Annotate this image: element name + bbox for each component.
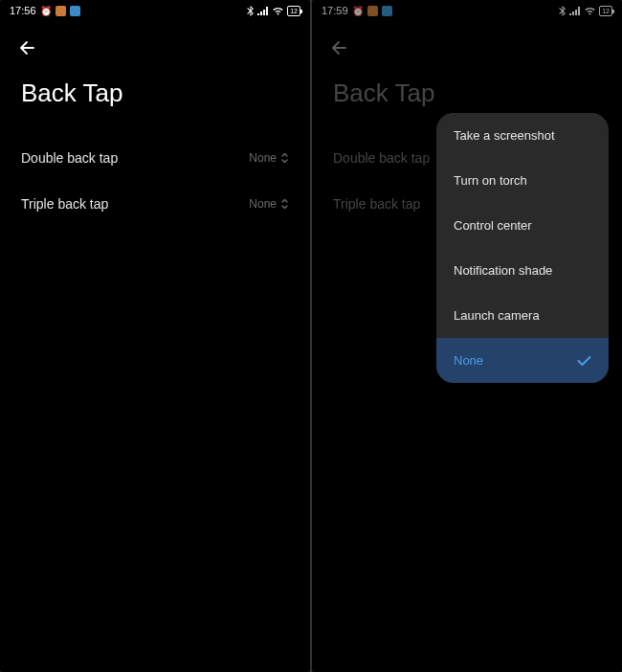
options-popup: Take a screenshot Turn on torch Control … <box>436 113 609 383</box>
popup-item-label: Launch camera <box>454 308 540 323</box>
status-app-icon-2 <box>70 6 80 16</box>
setting-double-back-tap[interactable]: Double back tap None <box>0 135 310 181</box>
setting-value: None <box>249 197 289 211</box>
signal-icon <box>257 6 269 15</box>
popup-item-label: Notification shade <box>454 263 552 278</box>
status-left: 17:56 ⏰ <box>10 5 80 16</box>
setting-value-text: None <box>249 197 277 211</box>
setting-label: Double back tap <box>21 150 118 166</box>
chevron-updown-icon <box>280 152 289 164</box>
wifi-icon <box>272 6 284 15</box>
popup-item-label: Take a screenshot <box>454 128 555 143</box>
battery-icon: 12 <box>287 6 300 16</box>
page-title: Back Tap <box>21 78 310 108</box>
popup-item-torch[interactable]: Turn on torch <box>436 158 609 203</box>
setting-triple-back-tap[interactable]: Triple back tap None <box>0 181 310 227</box>
popup-item-label: None <box>454 353 483 368</box>
status-right: 12 <box>247 6 300 16</box>
popup-item-label: Control center <box>454 218 532 233</box>
chevron-updown-icon <box>280 198 289 210</box>
settings-list: Double back tap None Triple back tap Non… <box>0 135 310 227</box>
status-app-icon-1 <box>56 6 66 16</box>
popup-item-screenshot[interactable]: Take a screenshot <box>436 113 609 158</box>
status-time: 17:56 <box>10 5 36 16</box>
popup-item-none[interactable]: None <box>436 338 609 383</box>
alarm-icon: ⏰ <box>40 6 52 16</box>
setting-label: Triple back tap <box>21 196 108 212</box>
check-icon <box>577 355 591 367</box>
status-bar: 17:56 ⏰ 12 <box>0 0 310 21</box>
setting-value: None <box>249 151 289 165</box>
bluetooth-icon <box>247 6 255 16</box>
popup-item-control-center[interactable]: Control center <box>436 203 609 248</box>
popup-item-launch-camera[interactable]: Launch camera <box>436 293 609 338</box>
popup-item-label: Turn on torch <box>454 173 527 188</box>
back-button[interactable] <box>15 34 42 61</box>
screen-left: 17:56 ⏰ 12 Back Tap Double back tap None <box>0 0 310 672</box>
popup-item-notification-shade[interactable]: Notification shade <box>436 248 609 293</box>
screen-right: 17:59 ⏰ 12 Back Tap Double back tap Trip… <box>312 0 622 672</box>
setting-value-text: None <box>249 151 277 165</box>
